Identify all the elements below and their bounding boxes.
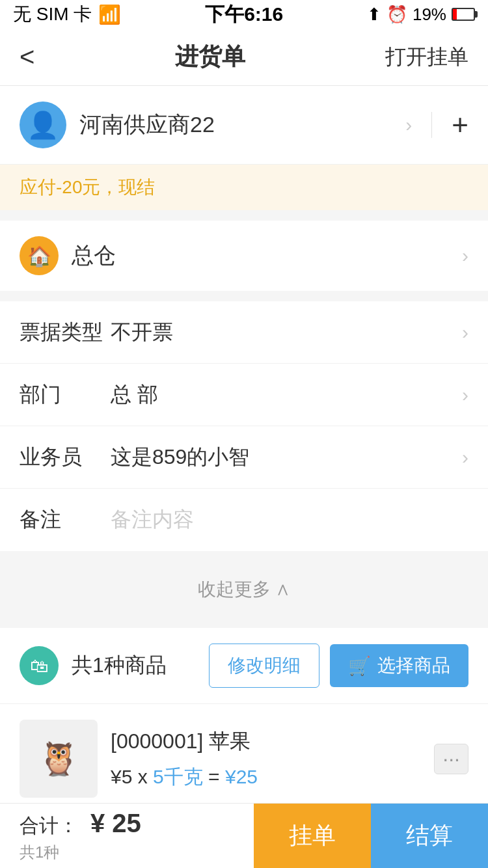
times-symbol: x <box>138 766 153 787</box>
supplier-section: 👤 河南供应商22 › + 应付-20元，现结 <box>0 86 488 210</box>
select-product-button[interactable]: 🛒 选择商品 <box>330 644 468 687</box>
qty-value: 5千克 <box>153 766 203 787</box>
remark-row[interactable]: 备注 备注内容 <box>0 489 488 551</box>
product-details: [0000001] 苹果 ¥5 x 5千克 = ¥25 <box>111 727 421 791</box>
product-thumbnail: 🦉 <box>20 720 98 798</box>
remark-input[interactable]: 备注内容 <box>111 506 468 534</box>
product-more-button[interactable]: ··· <box>434 744 468 774</box>
remark-label: 备注 <box>20 506 111 534</box>
total-value: ¥25 <box>225 766 258 787</box>
bottom-bar: 合计： ¥ 25 共1种 挂单 结算 <box>0 803 488 868</box>
warehouse-section: 🏠 总仓 › <box>0 221 488 291</box>
chevron-right-icon: › <box>462 321 468 344</box>
warehouse-icon: 🏠 <box>20 236 59 275</box>
house-icon: 🏠 <box>27 245 51 267</box>
alarm-icon: ⏰ <box>386 5 407 25</box>
collapse-row[interactable]: 收起更多 ∧ <box>0 562 488 617</box>
cart-icon: 🛒 <box>348 655 371 677</box>
dept-label: 部门 <box>20 381 111 409</box>
total-amount: ¥ 25 <box>90 809 141 837</box>
page-title: 进货单 <box>175 41 245 73</box>
products-section: 🛍 共1种商品 修改明细 🛒 选择商品 🦉 [0000001] 苹果 ¥5 <box>0 628 488 813</box>
product-title: 苹果 <box>209 729 251 753</box>
warehouse-row[interactable]: 🏠 总仓 › <box>0 221 488 291</box>
status-left: 无 SIM 卡 📶 <box>13 2 121 27</box>
collapse-label: 收起更多 ∧ <box>198 579 291 599</box>
nav-bar: < 进货单 打开挂单 <box>0 29 488 86</box>
supplier-name: 河南供应商22 <box>79 112 215 137</box>
signal-text: 无 SIM 卡 <box>13 2 92 27</box>
product-name: [0000001] 苹果 <box>111 727 421 756</box>
status-time: 下午6:16 <box>205 1 283 28</box>
chevron-right-icon: › <box>462 446 468 468</box>
warehouse-name: 总仓 <box>72 241 462 271</box>
status-right: ⬆ ⏰ 19% <box>367 5 475 25</box>
dept-row[interactable]: 部门 总 部 › <box>0 364 488 426</box>
select-product-label: 选择商品 <box>377 653 450 678</box>
invoice-value: 不开票 <box>111 318 462 347</box>
battery-icon <box>452 8 475 21</box>
total-label: 合计： <box>20 815 78 836</box>
supplier-row[interactable]: 👤 河南供应商22 › + <box>0 86 488 165</box>
form-section: 票据类型 不开票 › 部门 总 部 › 业务员 这是859的小智 › 备注 备注… <box>0 301 488 551</box>
supplier-row-right: › + <box>405 109 468 141</box>
invoice-label: 票据类型 <box>20 318 111 347</box>
location-icon: ⬆ <box>367 5 381 25</box>
salesperson-value: 这是859的小智 <box>111 443 462 472</box>
product-price: ¥5 x 5千克 = ¥25 <box>111 764 421 791</box>
shopping-bag-icon: 🛍 <box>30 655 48 677</box>
salesperson-row[interactable]: 业务员 这是859的小智 › <box>0 426 488 489</box>
salesperson-label: 业务员 <box>20 443 111 472</box>
total-sub: 共1种 <box>20 842 234 863</box>
checkout-button[interactable]: 结算 <box>371 804 488 869</box>
hang-button[interactable]: 挂单 <box>254 804 371 869</box>
total-info: 合计： ¥ 25 共1种 <box>0 809 254 863</box>
chevron-right-icon: › <box>462 384 468 406</box>
back-button[interactable]: < <box>20 42 34 72</box>
wifi-icon: 📶 <box>98 4 121 25</box>
supplier-notice: 应付-20元，现结 <box>0 165 488 210</box>
status-bar: 无 SIM 卡 📶 下午6:16 ⬆ ⏰ 19% <box>0 0 488 29</box>
invoice-row[interactable]: 票据类型 不开票 › <box>0 301 488 364</box>
equals-symbol: = <box>208 766 225 787</box>
product-owl-icon: 🦉 <box>38 740 79 778</box>
avatar-icon: 👤 <box>27 110 59 141</box>
supplier-info: 河南供应商22 <box>79 110 405 140</box>
product-item: 🦉 [0000001] 苹果 ¥5 x 5千克 = ¥25 ··· <box>0 704 488 813</box>
product-code: [0000001] <box>111 729 203 753</box>
chevron-right-icon: › <box>462 245 468 267</box>
products-icon: 🛍 <box>20 646 59 685</box>
main-content: 👤 河南供应商22 › + 应付-20元，现结 🏠 总仓 › 票据类型 不开票 <box>0 86 488 868</box>
supplier-avatar: 👤 <box>20 102 66 148</box>
price-value: ¥5 <box>111 766 132 787</box>
products-count: 共1种商品 <box>72 651 209 680</box>
modify-detail-button[interactable]: 修改明细 <box>209 644 319 688</box>
chevron-right-icon: › <box>405 114 412 136</box>
add-supplier-button[interactable]: + <box>452 109 468 141</box>
products-header: 🛍 共1种商品 修改明细 🛒 选择商品 <box>0 628 488 704</box>
open-hang-button[interactable]: 打开挂单 <box>385 43 468 72</box>
battery-text: 19% <box>413 5 446 25</box>
dept-value: 总 部 <box>111 381 462 409</box>
